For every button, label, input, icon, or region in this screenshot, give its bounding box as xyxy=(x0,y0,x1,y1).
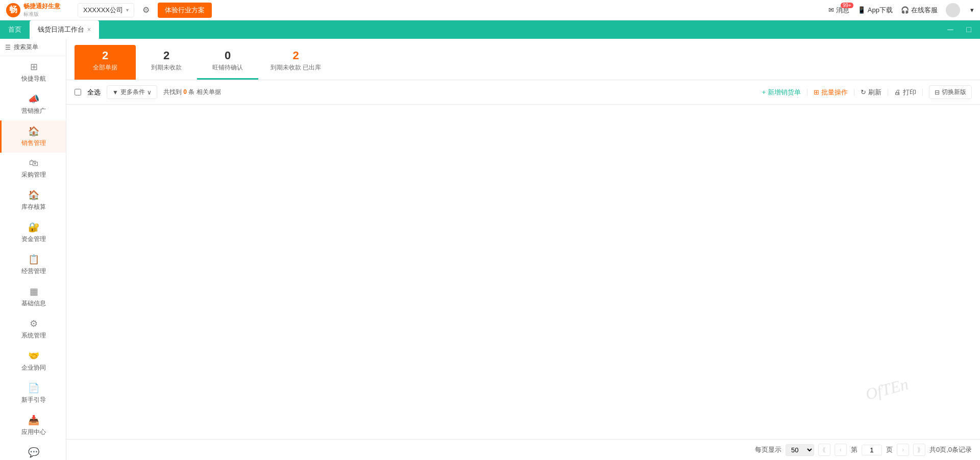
trial-button[interactable]: 体验行业方案 xyxy=(158,3,212,18)
sidebar: ☰ 搜索菜单 ⊞ 快捷导航 📣 营销推广 🏠 销售管理 🛍 采购管理 🏠 库存核… xyxy=(0,39,66,460)
stat-tab-all[interactable]: 2 全部单据 xyxy=(75,45,136,80)
toolbar: 全选 ▼ 更多条件 ∨ 共找到 0 条 相关单据 + 新增销货单 ⊞ 批量操作 xyxy=(66,80,980,105)
message-icon: ✉ xyxy=(828,6,834,14)
sidebar-label-operation: 经营管理 xyxy=(21,267,46,276)
sidebar-label-purchase: 采购管理 xyxy=(21,171,46,179)
switch-label: 切换新版 xyxy=(942,88,966,96)
online-service-label: 在线客服 xyxy=(911,6,938,15)
logo-icon: 畅 xyxy=(6,3,20,17)
sidebar-item-marketing[interactable]: 📣 营销推广 xyxy=(0,88,66,120)
switch-icon: ⊟ xyxy=(935,89,940,96)
header-right: ✉ 消息 99+ 📱 App下载 🎧 在线客服 ▾ xyxy=(828,3,974,17)
sidebar-item-basic[interactable]: ▦ 基础信息 xyxy=(0,281,66,313)
search-icon: ☰ xyxy=(5,44,11,51)
page-input[interactable] xyxy=(862,445,882,455)
logo-sub-title: 标准版 xyxy=(23,11,60,18)
company-selector[interactable]: XXXXXX公司 ▾ xyxy=(78,3,134,17)
stats-tabs: 2 全部单据 2 到期未收款 0 旺铺待确认 2 到期未收款 已出库 xyxy=(66,39,980,80)
page-label-end: 页 xyxy=(886,445,893,454)
sidebar-item-app-center[interactable]: 📥 应用中心 xyxy=(0,409,66,442)
home-icon: 🏠 xyxy=(28,126,39,137)
megaphone-icon: 📣 xyxy=(28,93,39,105)
sidebar-item-finance[interactable]: 🔐 资金管理 xyxy=(0,216,66,249)
username-item[interactable]: ▾ xyxy=(968,6,974,14)
sidebar-label-app-center: 应用中心 xyxy=(21,428,46,437)
page-label: 第 xyxy=(851,445,857,454)
sidebar-item-cooperation[interactable]: 🤝 企业协同 xyxy=(0,345,66,377)
found-text: 共找到 0 条 相关单据 xyxy=(163,88,221,96)
stat-number-overdue: 2 xyxy=(148,49,185,62)
sidebar-label-basic: 基础信息 xyxy=(21,299,46,308)
home-tab[interactable]: 首页 xyxy=(0,20,30,39)
sidebar-item-system[interactable]: ⚙ 系统管理 xyxy=(0,313,66,345)
switch-version-button[interactable]: ⊟ 切换新版 xyxy=(929,85,972,99)
warehouse-icon: 🏠 xyxy=(28,189,39,201)
top-header: 畅 畅捷通好生意 标准版 XXXXXX公司 ▾ ⚙ 体验行业方案 ✉ 消息 99… xyxy=(0,0,980,20)
message-item[interactable]: ✉ 消息 99+ xyxy=(828,6,849,15)
first-page-button[interactable]: ⟪ xyxy=(818,444,830,456)
stat-tab-pending[interactable]: 0 旺铺待确认 xyxy=(197,45,258,80)
stat-tab-overdue[interactable]: 2 到期未收款 xyxy=(136,45,197,80)
select-all-label: 全选 xyxy=(87,88,101,97)
found-count: 0 xyxy=(183,88,187,95)
workbench-tab[interactable]: 钱货日清工作台 × xyxy=(30,20,99,39)
batch-icon: ⊞ xyxy=(814,88,819,96)
sidebar-item-purchase[interactable]: 🛍 采购管理 xyxy=(0,153,66,184)
page-size-select[interactable]: 50 20 100 xyxy=(786,444,814,456)
sidebar-item-quick-nav[interactable]: ⊞ 快捷导航 xyxy=(0,56,66,88)
sidebar-label-marketing: 营销推广 xyxy=(21,107,46,115)
logo-area: 畅 畅捷通好生意 标准版 xyxy=(6,2,72,18)
prev-page-button[interactable]: ‹ xyxy=(835,444,847,456)
lock-icon: 🔐 xyxy=(28,222,39,233)
sidebar-item-sales[interactable]: 🏠 销售管理 xyxy=(0,120,66,153)
sidebar-item-operation[interactable]: 📋 经营管理 xyxy=(0,249,66,281)
bag-icon: 🛍 xyxy=(29,158,38,168)
app-download-label: App下载 xyxy=(868,6,893,15)
toolbar-right: + 新增销货单 ⊞ 批量操作 ↻ 刷新 🖨 打印 ⊟ xyxy=(762,85,972,99)
refresh-button[interactable]: ↻ 刷新 xyxy=(861,88,881,97)
logo-main-title: 畅捷通好生意 xyxy=(23,2,60,11)
filter-button[interactable]: ▼ 更多条件 ∨ xyxy=(107,85,157,99)
main-layout: ☰ 搜索菜单 ⊞ 快捷导航 📣 营销推广 🏠 销售管理 🛍 采购管理 🏠 库存核… xyxy=(0,39,980,460)
next-page-button[interactable]: › xyxy=(897,444,909,456)
divider3 xyxy=(888,89,888,96)
stat-label-all: 全部单据 xyxy=(87,63,124,72)
select-all-checkbox[interactable] xyxy=(75,89,81,95)
stat-tab-shipped[interactable]: 2 到期未收款 已出库 xyxy=(258,45,333,80)
online-service-item[interactable]: 🎧 在线客服 xyxy=(901,6,938,15)
settings-icon[interactable]: ⚙ xyxy=(138,3,154,18)
sidebar-item-guide[interactable]: 📄 新手引导 xyxy=(0,377,66,409)
nav-tabs: 首页 钱货日清工作台 × ─ □ xyxy=(0,20,980,39)
new-sale-button[interactable]: + 新增销货单 xyxy=(762,88,801,97)
close-tab-icon[interactable]: × xyxy=(87,26,91,33)
print-button[interactable]: 🖨 打印 xyxy=(894,88,916,97)
sidebar-item-wechat[interactable]: 💬 企业微信 xyxy=(0,442,66,460)
chevron-down-icon: ▾ xyxy=(126,7,129,13)
guide-icon: 📄 xyxy=(28,382,39,394)
search-menu-label: 搜索菜单 xyxy=(14,43,38,52)
maximize-tab-button[interactable]: □ xyxy=(962,22,976,37)
stat-label-pending: 旺铺待确认 xyxy=(209,63,246,72)
sidebar-label-sales: 销售管理 xyxy=(21,139,46,148)
tab-actions: ─ □ xyxy=(943,22,980,37)
data-table-area xyxy=(66,105,980,439)
app-download-item[interactable]: 📱 App下载 xyxy=(857,6,893,15)
sidebar-label-system: 系统管理 xyxy=(21,331,46,340)
sidebar-item-inventory[interactable]: 🏠 库存核算 xyxy=(0,184,66,216)
company-name: XXXXXX公司 xyxy=(83,6,123,15)
app-center-icon: 📥 xyxy=(28,415,39,426)
page-size-label: 每页显示 xyxy=(755,445,781,454)
avatar[interactable] xyxy=(946,3,960,17)
filter-chevron-icon: ∨ xyxy=(147,89,152,96)
user-chevron-icon: ▾ xyxy=(970,6,974,14)
search-menu-item[interactable]: ☰ 搜索菜单 xyxy=(0,39,66,56)
batch-operation-button[interactable]: ⊞ 批量操作 xyxy=(814,88,848,97)
last-page-button[interactable]: ⟫ xyxy=(913,444,925,456)
found-suffix: 条 相关单据 xyxy=(188,88,220,95)
sidebar-label-guide: 新手引导 xyxy=(21,396,46,404)
filter-label: 更多条件 xyxy=(120,88,145,96)
minimize-tab-button[interactable]: ─ xyxy=(943,22,958,37)
print-label: 打印 xyxy=(903,88,916,97)
gear-icon: ⚙ xyxy=(30,318,38,329)
content-area: 2 全部单据 2 到期未收款 0 旺铺待确认 2 到期未收款 已出库 全选 ▼ … xyxy=(66,39,980,460)
